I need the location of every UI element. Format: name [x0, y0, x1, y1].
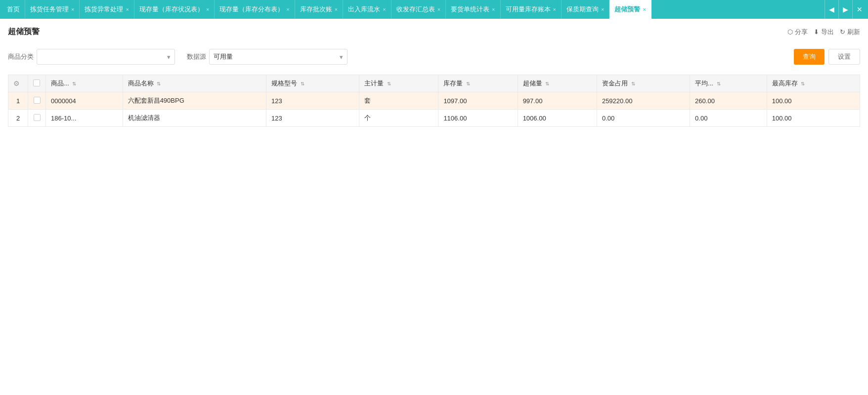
nav-tab-available-ledger-close[interactable]: ×	[553, 6, 556, 12]
nav-tab-available-ledger[interactable]: 可用量库存账本 ×	[501, 0, 562, 19]
query-button[interactable]: 查询	[794, 49, 825, 65]
cell-spec-1: 123	[266, 110, 359, 127]
refresh-label: 刷新	[847, 28, 860, 37]
settings-button[interactable]: 设置	[828, 49, 860, 65]
export-label: 导出	[821, 28, 834, 37]
nav-tab-quality-check[interactable]: 保质期查询 ×	[562, 0, 609, 19]
nav-tab-inout-flow[interactable]: 出入库流水 ×	[343, 0, 391, 19]
nav-tab-task-mgmt-close[interactable]: ×	[71, 6, 74, 12]
nav-arrows: ◀ ▶ ✕	[825, 0, 866, 19]
filter-buttons: 查询 设置	[794, 49, 860, 65]
nav-tab-quality-check-close[interactable]: ×	[601, 6, 604, 12]
table-body: 1 0000004 六配套新昌490BPG 123 套 1097.00 997.…	[8, 92, 860, 127]
export-button[interactable]: ⬇ 导出	[814, 28, 834, 37]
category-select[interactable]: ▾	[37, 49, 175, 65]
share-icon: ⬡	[787, 28, 793, 36]
nav-tab-recv-send-close[interactable]: ×	[437, 6, 440, 12]
nav-tab-inventory-status[interactable]: 现存量（库存状况表） ×	[134, 0, 215, 19]
cell-avg-1: 0.00	[690, 110, 767, 127]
header-actions: ⬡ 分享 ⬇ 导出 ↻ 刷新	[787, 28, 860, 37]
category-dropdown-icon: ▾	[167, 53, 171, 61]
nav-next-arrow[interactable]: ▶	[838, 0, 852, 19]
nav-tab-abnormal-label: 拣货异常处理	[85, 5, 123, 14]
cell-unit-1: 个	[359, 110, 438, 127]
nav-tab-order-stats-close[interactable]: ×	[492, 6, 495, 12]
nav-tab-task-mgmt[interactable]: 拣货任务管理 ×	[25, 0, 80, 19]
export-icon: ⬇	[814, 28, 819, 36]
cell-stock-0: 1097.00	[438, 92, 518, 110]
th-product-name-label: 商品名称	[128, 79, 154, 87]
row-checkbox-1[interactable]	[34, 114, 41, 121]
cell-product-name-0: 六配套新昌490BPG	[123, 92, 266, 110]
cell-product-code-0: 0000004	[46, 92, 123, 110]
th-overstock-label: 超储量	[523, 79, 542, 87]
th-stock[interactable]: 库存量 ⇅	[438, 75, 518, 92]
datasource-value: 可用量	[214, 52, 233, 61]
th-max-stock-label: 最高库存	[772, 79, 798, 87]
th-max-stock-sort-icon: ⇅	[801, 81, 805, 86]
filter-bar: 商品分类 ▾ 数据源 可用量 ▾ 查询 设置	[8, 45, 860, 69]
nav-tab-batch-account-close[interactable]: ×	[335, 6, 338, 12]
datasource-select-wrapper: 可用量 ▾	[209, 49, 347, 65]
nav-tab-inout-flow-close[interactable]: ×	[383, 6, 386, 12]
th-avg-label: 平均...	[695, 79, 713, 87]
nav-close-arrow[interactable]: ✕	[852, 0, 866, 19]
cell-checkbox-1[interactable]	[28, 110, 46, 127]
th-capital[interactable]: 资金占用 ⇅	[597, 75, 690, 92]
cell-unit-0: 套	[359, 92, 438, 110]
nav-tab-inventory-dist[interactable]: 现存量（库存分布表） ×	[215, 0, 295, 19]
nav-tab-overstock-close[interactable]: ×	[643, 6, 646, 12]
cell-index-1: 2	[8, 110, 28, 127]
th-settings[interactable]: ⚙	[8, 75, 28, 92]
th-product-name-sort-icon: ⇅	[157, 81, 161, 86]
th-max-stock[interactable]: 最高库存 ⇅	[767, 75, 860, 92]
th-overstock[interactable]: 超储量 ⇅	[518, 75, 597, 92]
nav-prev-arrow[interactable]: ◀	[825, 0, 838, 19]
nav-tab-overstock-label: 超储预警	[614, 5, 640, 14]
th-product-name[interactable]: 商品名称 ⇅	[123, 75, 266, 92]
nav-tab-inventory-dist-close[interactable]: ×	[286, 6, 289, 12]
page-header: 超储预警 ⬡ 分享 ⬇ 导出 ↻ 刷新	[8, 27, 860, 37]
cell-product-code-1: 186-10...	[46, 110, 123, 127]
th-product-code-label: 商品...	[51, 79, 69, 87]
row-checkbox-0[interactable]	[34, 97, 41, 104]
category-select-wrapper: ▾	[37, 49, 175, 65]
th-avg[interactable]: 平均... ⇅	[690, 75, 767, 92]
nav-tab-quality-check-label: 保质期查询	[566, 5, 599, 14]
th-overstock-sort-icon: ⇅	[545, 81, 549, 86]
gear-icon[interactable]: ⚙	[13, 79, 20, 87]
cell-avg-0: 260.00	[690, 92, 767, 110]
cell-overstock-1: 1006.00	[518, 110, 597, 127]
nav-tab-overstock[interactable]: 超储预警 ×	[609, 0, 651, 19]
cell-checkbox-0[interactable]	[28, 92, 46, 110]
nav-tab-home[interactable]: 首页	[2, 0, 25, 19]
th-checkbox[interactable]	[28, 75, 46, 92]
th-spec-label: 规格型号	[271, 79, 297, 87]
category-filter: 商品分类 ▾	[8, 49, 175, 65]
table-row: 1 0000004 六配套新昌490BPG 123 套 1097.00 997.…	[8, 92, 860, 110]
table-header-row: ⚙ 商品... ⇅ 商品名称 ⇅ 规格型号 ⇅ 主计量	[8, 75, 860, 92]
cell-overstock-0: 997.00	[518, 92, 597, 110]
nav-tab-recv-send[interactable]: 收发存汇总表 ×	[391, 0, 446, 19]
nav-tab-batch-account-label: 库存批次账	[300, 5, 332, 14]
nav-tab-order-stats[interactable]: 要货单统计表 ×	[446, 0, 500, 19]
nav-tab-inventory-status-close[interactable]: ×	[206, 6, 209, 12]
th-unit[interactable]: 主计量 ⇅	[359, 75, 438, 92]
th-avg-sort-icon: ⇅	[717, 81, 721, 86]
share-button[interactable]: ⬡ 分享	[787, 28, 808, 37]
th-spec[interactable]: 规格型号 ⇅	[266, 75, 359, 92]
th-stock-sort-icon: ⇅	[466, 81, 470, 86]
header-checkbox[interactable]	[33, 79, 40, 86]
nav-tab-inout-flow-label: 出入库流水	[348, 5, 380, 14]
cell-stock-1: 1106.00	[438, 110, 518, 127]
table-row: 2 186-10... 机油滤清器 123 个 1106.00 1006.00 …	[8, 110, 860, 127]
nav-tab-abnormal-close[interactable]: ×	[126, 6, 129, 12]
datasource-filter: 数据源 可用量 ▾	[187, 49, 347, 65]
th-unit-sort-icon: ⇅	[387, 81, 391, 86]
datasource-select[interactable]: 可用量 ▾	[209, 49, 347, 65]
refresh-button[interactable]: ↻ 刷新	[840, 28, 860, 37]
nav-tab-batch-account[interactable]: 库存批次账 ×	[295, 0, 343, 19]
th-product-code[interactable]: 商品... ⇅	[46, 75, 123, 92]
nav-tab-abnormal[interactable]: 拣货异常处理 ×	[80, 0, 134, 19]
nav-tab-inventory-dist-label: 现存量（库存分布表）	[219, 5, 284, 14]
